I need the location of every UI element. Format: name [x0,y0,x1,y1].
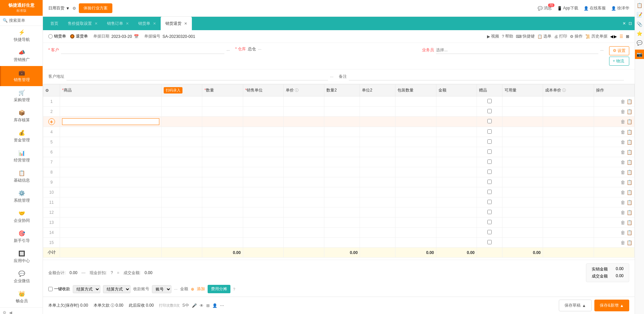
amount-cell[interactable] [436,238,477,248]
sidebar-item-corp[interactable]: 🤝 企业协同 [0,207,43,227]
cost-unit-cell[interactable] [543,167,594,177]
amount-cell[interactable] [436,207,477,217]
delete-row-btn[interactable]: 🗑 [621,240,625,245]
qty-cell[interactable] [202,107,243,117]
tab-returns-close[interactable]: ✕ [184,21,187,26]
pack-qty-cell[interactable] [395,217,436,228]
unit2-cell[interactable] [360,228,395,238]
unit-price-cell[interactable] [283,117,324,127]
product-cell[interactable] [60,187,162,197]
user-menu[interactable]: 👤 徐泽华 [611,5,629,11]
salesperson-input[interactable] [436,46,598,54]
shortcut-btn[interactable]: ⌨ 快捷键 [516,34,535,39]
available-cell[interactable] [502,167,543,177]
pack-qty-cell[interactable] [395,97,436,107]
qty2-cell[interactable] [324,228,360,238]
operate-btn[interactable]: ⚙ 操作 [570,34,583,39]
delete-row-btn[interactable]: 🗑 [621,149,625,155]
available-cell[interactable] [502,228,543,238]
sales-unit-cell[interactable] [243,97,283,107]
add-row-plus[interactable]: ⊕ [191,287,194,292]
cost-unit-cell[interactable] [543,177,594,187]
qty-cell[interactable] [202,228,243,238]
available-cell[interactable] [502,217,543,228]
gift-cell[interactable] [477,187,502,197]
unit-price-cell[interactable] [283,147,324,157]
qty-cell[interactable] [202,117,243,127]
sidebar-item-finance[interactable]: 💰 资金管理 [0,126,43,146]
sales-unit-cell[interactable] [243,127,283,137]
sidebar-item-purchase[interactable]: 🛒 采购管理 [0,86,43,106]
qty2-cell[interactable] [324,238,360,248]
gift-cell[interactable] [477,238,502,248]
gift-checkbox[interactable] [487,210,492,214]
amount-cell[interactable] [436,117,477,127]
remark-input[interactable] [349,73,624,80]
gift-cell[interactable] [477,157,502,167]
sidebar-item-apps[interactable]: 🔲 应用中心 [0,247,43,267]
unit-price-cell[interactable] [283,137,324,147]
customer-dots[interactable]: ··· [226,48,230,53]
cash-help-icon[interactable]: ? [111,270,113,275]
video-btn[interactable]: ▶ 视频 [487,34,499,39]
available-cell[interactable] [502,137,543,147]
product-cell[interactable] [60,167,162,177]
sidebar-item-shortcut[interactable]: ⚡ 快捷导航 [0,26,43,46]
one-click-checkbox[interactable] [48,287,53,291]
available-cell[interactable] [502,177,543,187]
qty2-cell[interactable] [324,197,360,207]
sidebar-item-system[interactable]: ⚙️ 系统管理 [0,187,43,207]
person-icon[interactable]: 👤 [212,303,217,308]
unit2-cell[interactable] [360,117,395,127]
unit-price-cell[interactable] [283,177,324,187]
qty-cell[interactable] [202,157,243,167]
copy-row-btn[interactable]: 📋 [627,170,632,175]
right-icon-6[interactable]: 📷 [635,50,644,59]
sidebar-item-operation[interactable]: 📊 经营管理 [0,146,43,167]
sales-unit-cell[interactable] [243,167,283,177]
app-download-btn[interactable]: 📱 App下载 [557,5,578,11]
sales-unit-cell[interactable] [243,197,283,207]
address-dots[interactable]: ··· [330,74,333,79]
delete-row-btn[interactable]: 🗑 [621,99,625,104]
tab-home[interactable]: 首页 [46,17,63,30]
product-cell[interactable] [60,177,162,187]
product-cell[interactable] [60,217,162,228]
gift-checkbox[interactable] [487,190,492,194]
product-cell[interactable] [60,97,162,107]
experience-btn[interactable]: 体验行业方案 [79,3,112,13]
pack-qty-cell[interactable] [395,207,436,217]
expense-help-icon[interactable]: ? [233,287,235,291]
gift-checkbox[interactable] [487,180,492,184]
cost-unit-cell[interactable] [543,207,594,217]
cost-unit-cell[interactable] [543,127,594,137]
qty-cell[interactable] [202,177,243,187]
qty2-cell[interactable] [324,107,360,117]
qty-cell[interactable] [202,207,243,217]
cost-info-icon[interactable]: ⓘ [562,88,566,92]
unit2-cell[interactable] [360,238,395,248]
amount-cell[interactable] [436,228,477,238]
help-btn[interactable]: ? 帮助 [502,34,513,39]
qty-cell[interactable] [202,167,243,177]
amount-cell[interactable] [436,167,477,177]
sales-unit-cell[interactable] [243,157,283,167]
qty2-cell[interactable] [324,177,360,187]
tab-sales-order[interactable]: 销售订单 ✕ [102,17,133,30]
cost-unit-cell[interactable] [543,217,594,228]
unit-price-cell[interactable] [283,167,324,177]
gift-cell[interactable] [477,137,502,147]
next-icon[interactable]: ▶ [614,34,617,39]
available-cell[interactable] [502,207,543,217]
sales-unit-cell[interactable] [243,238,283,248]
gift-cell[interactable] [477,147,502,157]
available-cell[interactable] [502,97,543,107]
qty-cell[interactable] [202,197,243,207]
grid-view-icon[interactable]: ☰ [620,34,623,39]
pack-qty-cell[interactable] [395,147,436,157]
qty2-cell[interactable] [324,137,360,147]
account-dots[interactable]: ··· [174,287,177,292]
sales-unit-cell[interactable] [243,147,283,157]
message-btn[interactable]: 💬 消息 70 [538,5,552,11]
sidebar-item-inventory[interactable]: 📦 库存核算 [0,106,43,126]
